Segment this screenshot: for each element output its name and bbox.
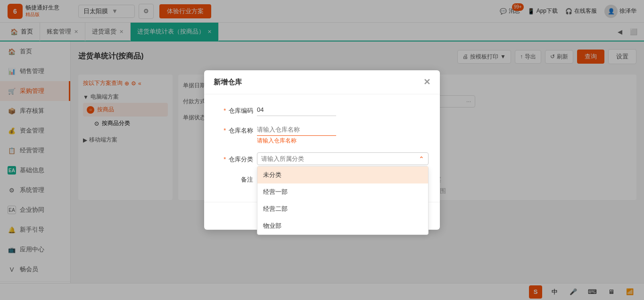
category-input[interactable] bbox=[261, 155, 424, 162]
name-required-mark: * bbox=[223, 127, 226, 134]
dropdown-item-dept1[interactable]: 经营一部 bbox=[257, 183, 428, 200]
code-input-wrap bbox=[257, 104, 429, 116]
dropdown-item-unclassified[interactable]: 未分类 bbox=[257, 167, 428, 183]
category-label: * 仓库分类 bbox=[215, 152, 253, 164]
code-label: * 仓库编码 bbox=[215, 104, 253, 115]
category-field-row: * 仓库分类 ⌃ 未分类 经营一部 经营二部 物业部 bbox=[215, 152, 429, 165]
name-error-msg: 请输入仓库名称 bbox=[257, 137, 429, 145]
name-input[interactable] bbox=[257, 124, 336, 136]
modal-title: 新增仓库 bbox=[214, 78, 242, 87]
category-dropdown: 未分类 经营一部 经营二部 物业部 bbox=[257, 166, 429, 235]
name-input-wrap: 请输入仓库名称 bbox=[257, 124, 429, 145]
code-input[interactable] bbox=[257, 104, 336, 116]
name-label: * 仓库名称 bbox=[215, 124, 253, 135]
category-input-container: ⌃ 未分类 经营一部 经营二部 物业部 bbox=[257, 152, 429, 165]
category-required-mark: * bbox=[223, 156, 226, 163]
dropdown-item-dept3[interactable]: 物业部 bbox=[257, 217, 428, 234]
category-collapse-icon[interactable]: ⌃ bbox=[419, 155, 424, 163]
remark-label: 备注 bbox=[215, 173, 253, 184]
new-warehouse-modal: 新增仓库 ✕ * 仓库编码 * 仓库名称 请输入仓库名称 bbox=[204, 70, 440, 230]
modal-header: 新增仓库 ✕ bbox=[204, 70, 440, 94]
name-field-row: * 仓库名称 请输入仓库名称 bbox=[215, 124, 429, 145]
code-field-row: * 仓库编码 bbox=[215, 104, 429, 116]
dropdown-item-dept2[interactable]: 经营二部 bbox=[257, 200, 428, 217]
modal-close-icon[interactable]: ✕ bbox=[423, 77, 430, 87]
category-input-wrap[interactable]: ⌃ bbox=[257, 152, 429, 165]
code-required-mark: * bbox=[223, 107, 226, 114]
modal-body: * 仓库编码 * 仓库名称 请输入仓库名称 * 仓库分类 bbox=[204, 94, 440, 202]
